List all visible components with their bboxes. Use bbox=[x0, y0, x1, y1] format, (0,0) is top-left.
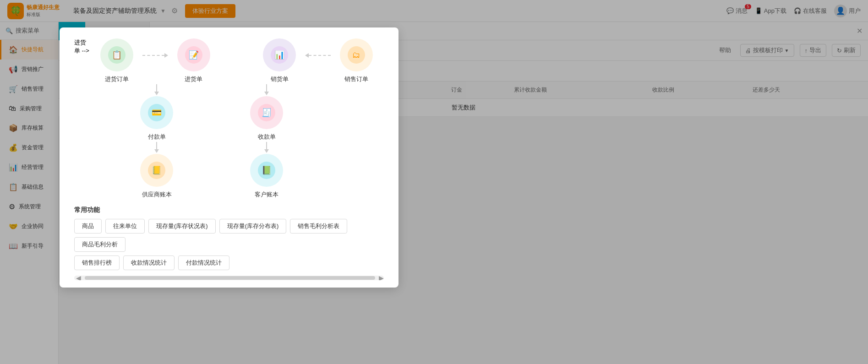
flow-row-2: 💳 付款单 🧾 收款单 bbox=[74, 96, 384, 141]
flow-modal: 进货单 --> 📋 进货订单 📝 进货单 bbox=[60, 27, 399, 288]
receipt-bill-icon: 🧾 bbox=[250, 96, 283, 129]
purchase-order-icon: 📋 bbox=[100, 38, 133, 71]
arrow-order-to-bill bbox=[305, 53, 331, 58]
payment-bill-icon: 💳 bbox=[140, 96, 173, 129]
func-btn-goods[interactable]: 商品 bbox=[74, 219, 102, 234]
sales-order-icon: 🗂 bbox=[340, 38, 373, 71]
node-sales-order[interactable]: 🗂 销售订单 bbox=[329, 38, 384, 83]
svg-text:📒: 📒 bbox=[152, 165, 162, 175]
flow-row-1: 进货单 --> 📋 进货订单 📝 进货单 bbox=[74, 38, 384, 83]
node-purchase-bill[interactable]: 📝 进货单 bbox=[166, 38, 221, 83]
svg-text:📋: 📋 bbox=[112, 50, 122, 60]
func-btn-sales-rank[interactable]: 销售排行榜 bbox=[74, 255, 120, 270]
flow-row-3: 📒 供应商账本 📗 客户账本 bbox=[74, 154, 384, 199]
node-payment-bill[interactable]: 💳 付款单 bbox=[129, 96, 184, 141]
arrow-down-payment bbox=[129, 141, 184, 154]
supplier-ledger-label: 供应商账本 bbox=[142, 190, 172, 199]
func-btn-receipt-stats[interactable]: 收款情况统计 bbox=[123, 255, 175, 270]
arrow-down-receipt bbox=[239, 141, 294, 154]
receipt-bill-label: 收款单 bbox=[258, 133, 276, 141]
right-pair: 📊 销货单 🗂 销售订单 bbox=[252, 38, 384, 83]
sales-bill-label: 销货单 bbox=[271, 75, 289, 83]
func-btn-sales-margin[interactable]: 销售毛利分析表 bbox=[290, 219, 347, 234]
purchase-bill-icon: 📝 bbox=[177, 38, 210, 71]
customer-ledger-label: 客户账本 bbox=[255, 190, 278, 199]
node-supplier-ledger[interactable]: 📒 供应商账本 bbox=[129, 154, 184, 199]
left-pair: 📋 进货订单 📝 进货单 bbox=[89, 38, 221, 83]
node-receipt-bill[interactable]: 🧾 收款单 bbox=[239, 96, 294, 141]
svg-text:🗂: 🗂 bbox=[352, 50, 360, 60]
func-btn-stock-dist[interactable]: 现存量(库存分布表) bbox=[219, 219, 287, 234]
func-btn-stock-status[interactable]: 现存量(库存状况表) bbox=[148, 219, 216, 234]
common-functions: 常用功能 商品 往来单位 现存量(库存状况表) 现存量(库存分布表) 销售毛利分… bbox=[74, 206, 384, 270]
common-functions-title: 常用功能 bbox=[74, 206, 384, 214]
customer-ledger-icon: 📗 bbox=[250, 154, 283, 187]
svg-text:💳: 💳 bbox=[152, 108, 162, 118]
svg-text:📊: 📊 bbox=[274, 50, 285, 60]
func-btn-partners[interactable]: 往来单位 bbox=[105, 219, 145, 234]
svg-text:📗: 📗 bbox=[262, 165, 272, 175]
arrow-down-row2 bbox=[74, 141, 384, 154]
function-buttons: 商品 往来单位 现存量(库存状况表) 现存量(库存分布表) 销售毛利分析表 商品… bbox=[74, 219, 384, 252]
purchase-bill-label: 进货单 bbox=[185, 75, 202, 83]
purchase-order-label: 进货订单 bbox=[105, 75, 129, 83]
arrow-down-sales-bill bbox=[239, 83, 294, 96]
function-buttons-row2: 销售排行榜 收款情况统计 付款情况统计 bbox=[74, 255, 384, 270]
supplier-ledger-icon: 📒 bbox=[140, 154, 173, 187]
arrow-down-row bbox=[74, 83, 384, 96]
modal-scrollbar[interactable]: ◀ ▶ bbox=[74, 276, 384, 280]
sales-bill-icon: 📊 bbox=[263, 38, 296, 71]
func-btn-payment-stats[interactable]: 付款情况统计 bbox=[178, 255, 229, 270]
payment-bill-label: 付款单 bbox=[148, 133, 166, 141]
node-purchase-order[interactable]: 📋 进货订单 bbox=[89, 38, 144, 83]
node-sales-bill[interactable]: 📊 销货单 bbox=[252, 38, 307, 83]
arrow-down-purchase bbox=[129, 83, 184, 96]
node-customer-ledger[interactable]: 📗 客户账本 bbox=[239, 154, 294, 199]
svg-text:📝: 📝 bbox=[189, 50, 199, 60]
func-btn-goods-margin[interactable]: 商品毛利分析 bbox=[74, 237, 126, 252]
arrow-purchase-to-bill bbox=[142, 53, 168, 58]
sales-order-label: 销售订单 bbox=[344, 75, 368, 83]
svg-text:🧾: 🧾 bbox=[262, 108, 272, 118]
